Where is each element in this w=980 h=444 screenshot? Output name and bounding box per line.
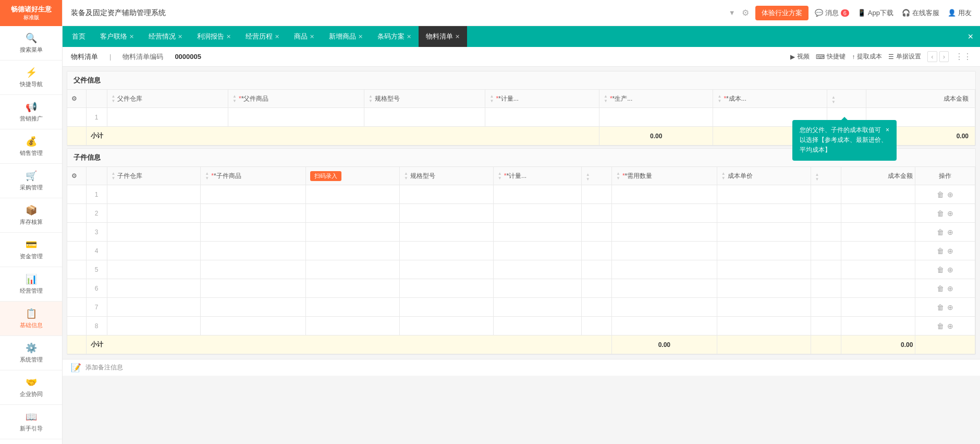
child-row-unit-cost-1[interactable] (717, 204, 811, 223)
child-row-actions-6[interactable]: 🗑 ⊕ (915, 298, 975, 317)
sidebar-item-9[interactable]: ⚙️系统管理 (0, 336, 62, 370)
child-row-extra2-4[interactable] (811, 260, 841, 279)
child-row-actions-3[interactable]: 🗑 ⊕ (915, 242, 975, 260)
delete-icon-2[interactable]: 🗑 (937, 228, 944, 236)
child-row-actions-1[interactable]: 🗑 ⊕ (915, 204, 975, 223)
copy-icon-7[interactable]: ⊕ (947, 322, 953, 330)
child-row-scan-0[interactable] (306, 185, 400, 204)
parent-row-warehouse[interactable] (107, 108, 228, 127)
child-row-warehouse-0[interactable] (107, 185, 201, 204)
child-row-amount-0[interactable] (841, 185, 915, 204)
nav-tab-8[interactable]: 物料清单 ✕ (419, 26, 467, 47)
tab-close-2[interactable]: ✕ (178, 33, 182, 40)
grid-view-icon[interactable]: ⋮⋮ (955, 52, 972, 62)
child-row-scan-1[interactable] (306, 204, 400, 223)
child-row-spec-2[interactable] (400, 223, 494, 242)
child-row-extra-7[interactable] (581, 317, 611, 335)
bottom-hint[interactable]: 添加备注信息 (85, 363, 123, 372)
copy-icon-2[interactable]: ⊕ (947, 228, 953, 236)
child-row-spec-6[interactable] (400, 298, 494, 317)
delete-icon-7[interactable]: 🗑 (937, 322, 944, 330)
child-row-qty-2[interactable] (612, 223, 717, 242)
child-row-warehouse-7[interactable] (107, 317, 201, 335)
settings-icon[interactable]: ⚙ (742, 8, 749, 18)
copy-icon-4[interactable]: ⊕ (947, 266, 953, 274)
delete-icon-0[interactable]: 🗑 (937, 190, 944, 199)
sidebar-item-2[interactable]: 📢营销推广 (0, 95, 62, 129)
nav-tab-4[interactable]: 经营历程 ✕ (238, 26, 287, 47)
child-row-spec-0[interactable] (400, 185, 494, 204)
tab-close-4[interactable]: ✕ (275, 33, 279, 40)
child-row-extra-5[interactable] (581, 279, 611, 298)
view-action[interactable]: ▶ 视频 (790, 52, 810, 61)
tab-close-3[interactable]: ✕ (226, 33, 231, 40)
sidebar-item-3[interactable]: 💰销售管理 (0, 129, 62, 164)
copy-icon-5[interactable]: ⊕ (947, 284, 953, 293)
child-row-amount-6[interactable] (841, 298, 915, 317)
app-download-action[interactable]: 📱 App下载 (858, 8, 893, 18)
child-row-warehouse-5[interactable] (107, 279, 201, 298)
child-row-scan-5[interactable] (306, 279, 400, 298)
sidebar-item-11[interactable]: 📖新手引导 (0, 405, 62, 439)
child-row-spec-4[interactable] (400, 260, 494, 279)
child-row-extra2-0[interactable] (811, 185, 841, 204)
parent-row-produce[interactable] (599, 108, 713, 127)
child-row-extra2-5[interactable] (811, 279, 841, 298)
child-row-scan-7[interactable] (306, 317, 400, 335)
trial-btn[interactable]: 体验行业方案 (755, 6, 808, 20)
copy-icon-6[interactable]: ⊕ (947, 303, 953, 311)
child-row-amount-1[interactable] (841, 204, 915, 223)
child-row-warehouse-3[interactable] (107, 242, 201, 260)
tab-close-6[interactable]: ✕ (358, 33, 363, 40)
child-row-spec-7[interactable] (400, 317, 494, 335)
scan-btn[interactable]: 扫码录入 (310, 171, 341, 181)
child-row-unit-5[interactable] (493, 279, 581, 298)
child-row-product-0[interactable] (201, 185, 306, 204)
child-row-unit-1[interactable] (493, 204, 581, 223)
child-row-amount-3[interactable] (841, 242, 915, 260)
sidebar-item-4[interactable]: 🛒采购管理 (0, 164, 62, 198)
delete-icon-6[interactable]: 🗑 (937, 303, 944, 311)
nav-tab-7[interactable]: 条码方案 ✕ (370, 26, 419, 47)
child-row-warehouse-6[interactable] (107, 298, 201, 317)
sidebar-item-5[interactable]: 📦库存核算 (0, 198, 62, 233)
child-row-spec-3[interactable] (400, 242, 494, 260)
child-row-warehouse-4[interactable] (107, 260, 201, 279)
child-row-amount-4[interactable] (841, 260, 915, 279)
child-row-scan-3[interactable] (306, 242, 400, 260)
parent-col-settings[interactable]: ⚙ (67, 90, 86, 108)
child-row-scan-6[interactable] (306, 298, 400, 317)
nav-tab-3[interactable]: 利润报告 ✕ (190, 26, 238, 47)
child-row-amount-2[interactable] (841, 223, 915, 242)
child-row-unit-2[interactable] (493, 223, 581, 242)
parent-row-spec[interactable] (364, 108, 485, 127)
child-row-unit-cost-7[interactable] (717, 317, 811, 335)
close-all-btn[interactable]: ✕ (963, 32, 978, 41)
sidebar-item-10[interactable]: 🤝企业协同 (0, 370, 62, 405)
message-action[interactable]: 💬 消息 6 (815, 8, 849, 18)
child-row-unit-cost-2[interactable] (717, 223, 811, 242)
arrow-left[interactable]: ‹ (927, 51, 937, 62)
child-row-extra2-6[interactable] (811, 298, 841, 317)
child-row-amount-5[interactable] (841, 279, 915, 298)
child-row-extra-6[interactable] (581, 298, 611, 317)
copy-icon-1[interactable]: ⊕ (947, 209, 953, 218)
dropdown-icon[interactable]: ▼ (729, 9, 736, 17)
sidebar-item-6[interactable]: 💳资金管理 (0, 233, 62, 267)
child-row-unit-cost-3[interactable] (717, 242, 811, 260)
child-row-unit-3[interactable] (493, 242, 581, 260)
tab-close-8[interactable]: ✕ (455, 33, 460, 40)
child-row-qty-3[interactable] (612, 242, 717, 260)
online-service-action[interactable]: 🎧 在线客服 (902, 8, 939, 18)
tooltip-close[interactable]: × (886, 125, 889, 135)
child-row-warehouse-1[interactable] (107, 204, 201, 223)
child-row-spec-1[interactable] (400, 204, 494, 223)
child-row-qty-7[interactable] (612, 317, 717, 335)
child-row-product-7[interactable] (201, 317, 306, 335)
tab-close-5[interactable]: ✕ (310, 33, 314, 40)
child-row-unit-0[interactable] (493, 185, 581, 204)
child-row-unit-cost-5[interactable] (717, 279, 811, 298)
child-row-amount-7[interactable] (841, 317, 915, 335)
parent-row-product[interactable] (228, 108, 364, 127)
child-row-extra2-3[interactable] (811, 242, 841, 260)
